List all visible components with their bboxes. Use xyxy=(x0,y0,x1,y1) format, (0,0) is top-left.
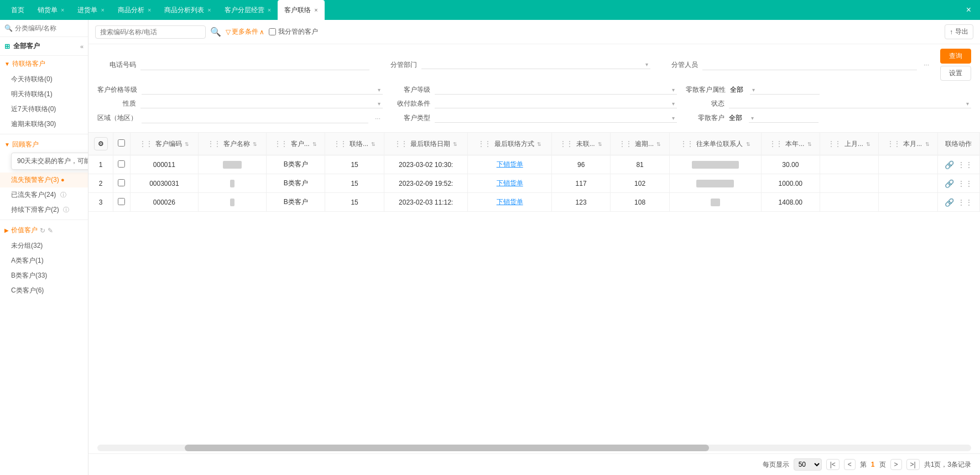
filter-region-input[interactable] xyxy=(142,113,368,123)
search-input[interactable] xyxy=(95,25,206,39)
filter-customer-type-select[interactable]: ▾ xyxy=(435,114,677,123)
col-type-sort-icon[interactable]: ⇅ xyxy=(312,142,317,147)
sidebar-item-a-class[interactable]: A类客户(1) xyxy=(0,253,88,268)
close-customer-contact-icon[interactable]: × xyxy=(314,7,317,13)
tab-customer-contact[interactable]: 客户联络 × xyxy=(278,0,324,20)
col-type-header[interactable]: ⋮⋮ 客户... ⇅ xyxy=(266,133,325,155)
sidebar-item-declining[interactable]: 持续下滑客户(2) ⓘ xyxy=(0,202,88,217)
prev-page-button[interactable]: < xyxy=(844,459,856,470)
tab-analysis-list[interactable]: 商品分析列表 × xyxy=(158,0,217,20)
col-code-sort-icon[interactable]: ⇅ xyxy=(185,142,189,147)
tab-sales-order[interactable]: 销货单 × xyxy=(31,0,71,20)
sidebar-search-input[interactable] xyxy=(15,24,88,32)
filter-payment-select[interactable]: ▾ xyxy=(435,100,677,108)
close-customer-tier-icon[interactable]: × xyxy=(268,7,271,13)
col-last-contact-method-header[interactable]: ⋮⋮ 最后联络方式 ⇅ xyxy=(468,133,552,155)
col-last-contact-date-header[interactable]: ⋮⋮ 最后联络日期 ⇅ xyxy=(384,133,468,155)
filter-price-level-select[interactable]: ▾ xyxy=(142,86,383,95)
row-2-link-icon[interactable]: 🔗 xyxy=(945,198,954,207)
scrollbar-thumb[interactable] xyxy=(185,445,709,451)
per-page-select[interactable]: 50 100 xyxy=(794,458,822,471)
col-unlinked-sort-icon[interactable]: ⇅ xyxy=(598,142,602,147)
col-this-month-sort-icon[interactable]: ⇅ xyxy=(925,142,930,147)
filter-phone-input[interactable] xyxy=(140,60,369,70)
col-year-sort-icon[interactable]: ⇅ xyxy=(807,142,812,147)
more-conditions-button[interactable]: ▽ 更多条件 ∧ xyxy=(226,27,264,36)
col-overdue-header[interactable]: ⋮⋮ 逾期... ⇅ xyxy=(611,133,669,155)
tab-home[interactable]: 首页 xyxy=(4,0,31,20)
col-name-header[interactable]: ⋮⋮ 客户名称 ⇅ xyxy=(198,133,266,155)
filter-nature-select[interactable]: ▾ xyxy=(140,100,383,108)
sidebar-item-overdue[interactable]: 逾期未联络(30) xyxy=(0,117,88,132)
sidebar-group-review[interactable]: ▼ 回顾客户 xyxy=(0,137,88,153)
row-checkbox-1[interactable] xyxy=(118,179,125,186)
row-2-last-method[interactable]: 下销货单 xyxy=(468,193,552,212)
row-1-more-icon[interactable]: ⋮⋮ xyxy=(957,179,973,188)
col-name-sort-icon[interactable]: ⇅ xyxy=(253,142,257,147)
filter-person-dots[interactable]: ··· xyxy=(921,61,931,69)
row-2-checkbox[interactable] xyxy=(113,193,131,212)
col-last-contact-date-sort-icon[interactable]: ⇅ xyxy=(453,142,457,147)
sidebar-item-today[interactable]: 今天待联络(0) xyxy=(0,72,88,87)
my-customer-checkbox-area[interactable]: 我分管的客户 xyxy=(269,27,318,36)
sidebar-item-b-class[interactable]: B类客户(33) xyxy=(0,268,88,283)
row-1-link-icon[interactable]: 🔗 xyxy=(945,179,954,188)
close-purchase-icon[interactable]: × xyxy=(101,7,104,13)
col-last-month-header[interactable]: ⋮⋮ 上月... ⇅ xyxy=(820,133,879,155)
next-page-button[interactable]: > xyxy=(890,459,902,470)
row-0-more-icon[interactable]: ⋮⋮ xyxy=(957,160,973,169)
row-0-link-icon[interactable]: 🔗 xyxy=(945,160,954,169)
settings-button[interactable]: 设置 xyxy=(940,66,971,81)
col-last-month-sort-icon[interactable]: ⇅ xyxy=(866,142,870,147)
close-sales-order-icon[interactable]: × xyxy=(61,7,64,13)
filter-region-dots[interactable]: ··· xyxy=(373,114,383,122)
col-settings[interactable]: ⚙ xyxy=(88,133,113,155)
filter-zero-customer-select[interactable]: ▾ xyxy=(749,114,819,123)
my-customer-checkbox[interactable] xyxy=(269,28,276,35)
value-settings-icon[interactable]: ✎ xyxy=(48,227,53,234)
row-checkbox-0[interactable] xyxy=(118,160,125,168)
close-all-tabs-button[interactable]: × xyxy=(962,5,976,15)
col-checkbox[interactable] xyxy=(113,133,131,155)
tab-customer-tier[interactable]: 客户分层经营 × xyxy=(218,0,278,20)
col-this-month-header[interactable]: ⋮⋮ 本月... ⇅ xyxy=(879,133,937,155)
search-button[interactable]: 🔍 xyxy=(210,27,221,37)
export-button[interactable]: ↑ 导出 xyxy=(945,24,973,39)
filter-person-input[interactable] xyxy=(702,60,917,70)
sidebar-item-7days[interactable]: 近7天待联络(0) xyxy=(0,102,88,117)
select-all-checkbox[interactable] xyxy=(118,139,125,147)
close-analysis-icon[interactable]: × xyxy=(148,7,151,13)
col-year-header[interactable]: ⋮⋮ 本年... ⇅ xyxy=(761,133,820,155)
filter-zero-attr-select[interactable]: ▾ xyxy=(750,86,820,95)
filter-dept-select[interactable]: ▾ xyxy=(421,60,650,69)
value-refresh-icon[interactable]: ↻ xyxy=(40,227,45,234)
last-page-button[interactable]: >| xyxy=(906,459,920,470)
row-checkbox-2[interactable] xyxy=(118,198,125,205)
sidebar-item-churn-warning[interactable]: 流失预警客户(3) ● xyxy=(0,173,88,187)
sidebar-group-pending[interactable]: ▼ 待联络客户 xyxy=(0,56,88,72)
horizontal-scrollbar[interactable] xyxy=(97,445,971,451)
table-settings-button[interactable]: ⚙ xyxy=(94,137,108,150)
col-code-header[interactable]: ⋮⋮ 客户编码 ⇅ xyxy=(130,133,198,155)
row-0-checkbox[interactable] xyxy=(113,155,131,174)
tab-analysis[interactable]: 商品分析 × xyxy=(111,0,158,20)
col-overdue-sort-icon[interactable]: ⇅ xyxy=(656,142,661,147)
sidebar-item-ungroup[interactable]: 未分组(32) xyxy=(0,238,88,253)
sidebar-item-lost[interactable]: 已流失客户(24) ⓘ xyxy=(0,187,88,202)
col-last-contact-method-sort-icon[interactable]: ⇅ xyxy=(537,142,541,147)
row-1-checkbox[interactable] xyxy=(113,174,131,193)
col-contact-person-header[interactable]: ⋮⋮ 往来单位联系人 ⇅ xyxy=(669,133,761,155)
sidebar-collapse-icon[interactable]: « xyxy=(80,43,84,50)
first-page-button[interactable]: |< xyxy=(826,459,840,470)
filter-level-select[interactable]: ▾ xyxy=(435,86,677,95)
row-2-more-icon[interactable]: ⋮⋮ xyxy=(957,198,973,207)
tab-purchase[interactable]: 进货单 × xyxy=(71,0,111,20)
col-unlinked-header[interactable]: ⋮⋮ 未联... ⇅ xyxy=(551,133,610,155)
col-contact-header[interactable]: ⋮⋮ 联络... ⇅ xyxy=(325,133,384,155)
col-contact-person-sort-icon[interactable]: ⇅ xyxy=(746,142,750,147)
sidebar-item-tomorrow[interactable]: 明天待联络(1) xyxy=(0,87,88,102)
close-analysis-list-icon[interactable]: × xyxy=(207,7,211,13)
row-0-last-method[interactable]: 下销货单 xyxy=(468,155,552,174)
filter-status-select[interactable]: ▾ xyxy=(729,100,971,108)
sidebar-item-c-class[interactable]: C类客户(6) xyxy=(0,283,88,298)
